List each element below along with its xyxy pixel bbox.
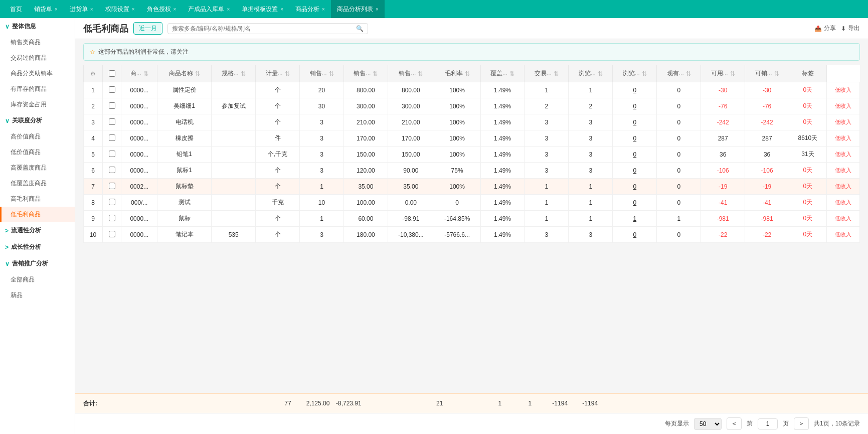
sidebar-section-关联度分析[interactable]: ∨关联度分析	[0, 112, 75, 129]
close-icon[interactable]: ×	[322, 7, 325, 12]
sidebar-section-成长性分析[interactable]: >成长性分析	[0, 239, 75, 255]
close-icon[interactable]: ×	[280, 7, 283, 12]
row-checkbox[interactable]	[102, 82, 121, 98]
page-size-select[interactable]: 50100200	[694, 418, 722, 430]
col-header-7[interactable]: 销售...⇅	[343, 65, 388, 82]
nav-item-权限设置[interactable]: 权限设置×	[99, 0, 141, 18]
page-input[interactable]	[758, 418, 778, 429]
browse-link[interactable]: 0	[633, 199, 636, 206]
row-select-checkbox[interactable]	[109, 231, 115, 237]
browse1[interactable]: 0	[613, 98, 657, 114]
close-icon[interactable]: ×	[227, 7, 230, 12]
row-checkbox[interactable]	[102, 179, 121, 195]
sidebar-section-流通性分析[interactable]: >流通性分析	[0, 222, 75, 239]
browse-link[interactable]: 0	[633, 87, 636, 94]
nav-item-商品分析列表[interactable]: 商品分析列表×	[331, 0, 385, 18]
prev-page-button[interactable]: ＜	[727, 417, 742, 430]
browse1[interactable]: 0	[613, 82, 657, 98]
sidebar-item-高毛利商品[interactable]: 高毛利商品	[0, 191, 75, 207]
col-header-2[interactable]: 商...⇅	[121, 65, 157, 82]
search-input[interactable]	[172, 25, 354, 32]
row-select-checkbox[interactable]	[109, 215, 115, 221]
row-select-checkbox[interactable]	[109, 199, 115, 205]
close-icon[interactable]: ×	[132, 7, 135, 12]
browse-link[interactable]: 0	[633, 231, 636, 238]
close-icon[interactable]: ×	[173, 7, 177, 12]
sidebar-item-低毛利商品[interactable]: 低毛利商品	[0, 207, 75, 222]
browse-link[interactable]: 1	[633, 215, 636, 222]
browse-link[interactable]: 0	[633, 103, 636, 110]
sidebar-section-整体信息[interactable]: ∨整体信息	[0, 18, 75, 35]
browse1[interactable]: 0	[613, 179, 657, 195]
row-checkbox[interactable]	[102, 130, 121, 147]
close-icon[interactable]: ×	[90, 7, 93, 12]
col-header-4[interactable]: 规格...⇅	[212, 65, 256, 82]
sidebar-item-交易过的商品[interactable]: 交易过的商品	[0, 50, 75, 66]
browse1[interactable]: 1	[613, 211, 657, 227]
select-all-checkbox[interactable]	[109, 70, 115, 77]
sidebar-item-低覆盖度商品[interactable]: 低覆盖度商品	[0, 176, 75, 191]
col-header-10[interactable]: 覆盖...⇅	[480, 65, 525, 82]
browse1[interactable]: 0	[613, 130, 657, 147]
row-select-checkbox[interactable]	[109, 167, 115, 173]
sidebar-item-新品[interactable]: 新品	[0, 287, 75, 303]
filter-button[interactable]: 近一月	[133, 22, 162, 35]
sidebar-item-库存资金占用[interactable]: 库存资金占用	[0, 97, 75, 112]
row-checkbox[interactable]	[102, 195, 121, 211]
browse-link[interactable]: 0	[633, 135, 636, 142]
col-header-14[interactable]: 现有...⇅	[657, 65, 701, 82]
settings-icon[interactable]: ⚙	[90, 70, 96, 77]
browse1[interactable]: 0	[613, 147, 657, 163]
nav-item-首页[interactable]: 首页	[4, 0, 28, 18]
row-checkbox[interactable]	[102, 114, 121, 130]
nav-item-产成品入库单[interactable]: 产成品入库单×	[182, 0, 236, 18]
row-select-checkbox[interactable]	[109, 86, 115, 93]
sidebar-item-全部商品[interactable]: 全部商品	[0, 272, 75, 287]
row-checkbox[interactable]	[102, 163, 121, 179]
col-header-5[interactable]: 计量...⇅	[256, 65, 300, 82]
row-select-checkbox[interactable]	[109, 183, 115, 189]
search-box[interactable]: 🔍	[167, 23, 368, 34]
share-button[interactable]: 📤 分享	[814, 24, 836, 33]
browse-link[interactable]: 0	[633, 119, 636, 126]
sidebar-item-低价值商品[interactable]: 低价值商品	[0, 144, 75, 160]
col-header-9[interactable]: 毛利率⇅	[434, 65, 480, 82]
nav-item-角色授权[interactable]: 角色授权×	[141, 0, 183, 18]
col-header-16[interactable]: 可销...⇅	[745, 65, 789, 82]
nav-item-商品分析[interactable]: 商品分析×	[289, 0, 331, 18]
col-header-13[interactable]: 浏览...⇅	[613, 65, 657, 82]
row-checkbox[interactable]	[102, 147, 121, 163]
sidebar-item-高覆盖度商品[interactable]: 高覆盖度商品	[0, 160, 75, 176]
browse-link[interactable]: 0	[633, 167, 636, 174]
browse1[interactable]: 0	[613, 163, 657, 179]
row-checkbox[interactable]	[102, 227, 121, 243]
nav-item-销货单[interactable]: 销货单×	[28, 0, 64, 18]
close-icon[interactable]: ×	[376, 7, 379, 12]
row-select-checkbox[interactable]	[109, 151, 115, 157]
sidebar-item-高价值商品[interactable]: 高价值商品	[0, 129, 75, 144]
col-header-12[interactable]: 浏览...⇅	[569, 65, 613, 82]
sidebar-item-销售类商品[interactable]: 销售类商品	[0, 35, 75, 50]
browse1[interactable]: 0	[613, 195, 657, 211]
browse1[interactable]: 0	[613, 114, 657, 130]
export-button[interactable]: ⬇ 导出	[841, 24, 860, 33]
sidebar-item-有库存的商品[interactable]: 有库存的商品	[0, 81, 75, 97]
col-header-17[interactable]: 标签	[789, 65, 827, 82]
row-select-checkbox[interactable]	[109, 118, 115, 125]
sidebar-item-商品分类助销率[interactable]: 商品分类助销率	[0, 66, 75, 81]
col-header-6[interactable]: 销售...⇅	[300, 65, 344, 82]
row-checkbox[interactable]	[102, 98, 121, 114]
row-select-checkbox[interactable]	[109, 102, 115, 109]
sidebar-section-营销推广分析[interactable]: ∨营销推广分析	[0, 255, 75, 272]
col-header-15[interactable]: 可用...⇅	[701, 65, 745, 82]
nav-item-单据模板设置[interactable]: 单据模板设置×	[236, 0, 289, 18]
nav-item-进货单[interactable]: 进货单×	[64, 0, 99, 18]
col-header-11[interactable]: 交易...⇅	[525, 65, 569, 82]
next-page-button[interactable]: ＞	[794, 417, 809, 430]
browse-link[interactable]: 0	[633, 151, 636, 158]
browse-link[interactable]: 0	[633, 183, 636, 190]
row-checkbox[interactable]	[102, 211, 121, 227]
close-icon[interactable]: ×	[55, 7, 58, 12]
browse1[interactable]: 0	[613, 227, 657, 243]
row-select-checkbox[interactable]	[109, 134, 115, 141]
